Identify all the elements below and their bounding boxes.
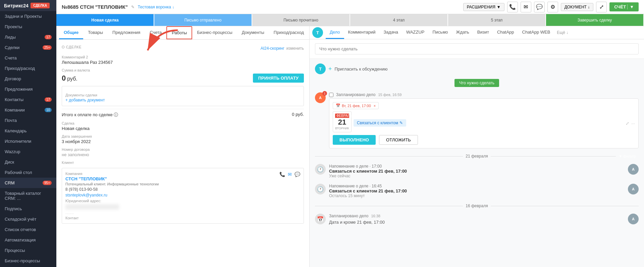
sidebar-item-invoices[interactable]: Счета [0, 53, 56, 63]
activity-1-header: Запланировано дело 15 фев, 16:59 [329, 92, 639, 97]
right-tabs: Т Дело Комментарий Задача WAZZUP Письмо … [310, 26, 644, 39]
tab-general[interactable]: Общие [59, 27, 83, 39]
sidebar-item-signature[interactable]: Подпись [0, 204, 56, 214]
email-button[interactable]: ✉ [521, 2, 531, 12]
reminder-2-text: Связаться с клиентом 21 фев, 17:00 [329, 188, 625, 193]
resize-icon[interactable]: ⤢ [626, 121, 629, 126]
reminder-2-content: Напоминание о деле · 16:45 Связаться с к… [329, 184, 625, 198]
sidebar-item-mail[interactable]: Почта [0, 115, 56, 126]
sidebar-item-desktop[interactable]: Рабочий стол [0, 167, 56, 178]
sidebar-item-disk[interactable]: Диск [0, 157, 56, 167]
tab-links[interactable]: Связи [309, 27, 309, 39]
date-divider-21: 21 февраля ▼ фильтр [310, 151, 644, 161]
planned-deal-2-text: Дата и кроме 21 фев, 17:00 [329, 220, 625, 225]
company-desc: Потенциальный клиент. Информационные тех… [65, 182, 300, 186]
contact-action-button[interactable]: Связаться с клиентом ✎ [354, 119, 406, 127]
right-tab-deal[interactable]: Дело [326, 26, 344, 39]
sidebar-item-performers[interactable]: Исполнители [0, 136, 56, 146]
sidebar-item-tasks[interactable]: Задачи и Проекты [0, 11, 56, 21]
right-tab-more[interactable]: Ещё ↓ [554, 27, 571, 38]
what-todo-button[interactable]: Что нужно сделать [454, 79, 499, 87]
tab-invoices[interactable]: Счета [145, 27, 166, 39]
stage-5[interactable]: 5 этап [448, 14, 546, 26]
chat-button[interactable]: 💬 [534, 2, 545, 12]
tab-documents[interactable]: Документы [237, 27, 269, 39]
settings-button[interactable]: ⚙ [547, 2, 558, 12]
right-tab-chatapp[interactable]: ChatApp [493, 26, 518, 39]
stage-4[interactable]: 4 этап [350, 14, 448, 26]
sidebar-item-crm[interactable]: CRM 95+ [0, 178, 56, 188]
right-tab-wazzup[interactable]: WAZZUP [402, 26, 428, 39]
stage-complete[interactable]: Завершить сделку [546, 14, 644, 26]
extensions-button[interactable]: РАСШИРЕНИЯ ▼ [463, 3, 504, 11]
tab-works[interactable]: Работы [166, 26, 192, 39]
sidebar-item-bizprocesses[interactable]: Бизнес-процессы [0, 256, 56, 266]
sidebar-item-income-label: Приход/расход [5, 66, 52, 71]
done-button[interactable]: ВЫПОЛНЕНО [333, 135, 376, 145]
sidebar-item-projects[interactable]: Проекты [0, 21, 56, 32]
stage-letter-read[interactable]: Письмо прочитано [252, 14, 350, 26]
sidebar-item-wazzup[interactable]: Wazzup [0, 146, 56, 157]
sidebar-item-calendar[interactable]: Календарь [0, 126, 56, 136]
comment-icon[interactable]: 💬 [294, 172, 300, 177]
sidebar-item-deals[interactable]: Сделки 25+ [0, 42, 56, 53]
ai-scoring-label[interactable]: AI24-скоринг [261, 46, 284, 51]
postpone-button[interactable]: ОТЛОЖИТЬ [379, 135, 418, 145]
tab-income[interactable]: Приход/расход [269, 27, 309, 39]
more-icon[interactable]: ··· [631, 121, 635, 126]
activity-input[interactable] [315, 43, 639, 54]
client-label: Клиент [62, 161, 304, 165]
tab-goods[interactable]: Товары [83, 27, 108, 39]
sidebar-item-reports[interactable]: Список отчетов [0, 224, 56, 235]
right-tab-letter[interactable]: Письмо [429, 26, 452, 39]
invite-avatar: Т [315, 63, 326, 74]
leads-badge: 17 [45, 35, 52, 39]
company-name[interactable]: СТСН "ТЕПЛОВИК" [65, 176, 107, 181]
sidebar-item-income[interactable]: Приход/расход [0, 63, 56, 74]
sidebar-item-processes[interactable]: Процессы [0, 245, 56, 256]
sidebar-item-catalog[interactable]: Товарный каталог CRM: ... [0, 188, 56, 204]
stage-letter-sent-label: Письмо отправлено [184, 18, 222, 23]
sidebar-item-proposals[interactable]: Предложения [0, 84, 56, 94]
deal-edit-icon[interactable]: ✎ [131, 5, 135, 9]
change-link[interactable]: изменить [286, 46, 304, 51]
plus-icon: + [328, 65, 332, 73]
sidebar-item-contract[interactable]: Договор [0, 74, 56, 84]
activity-checkbox[interactable] [329, 93, 333, 97]
invoice-dropdown-arrow[interactable]: ▼ [627, 4, 634, 9]
tab-proposals[interactable]: Предложения [108, 27, 145, 39]
right-tab-wait[interactable]: Ждать [452, 26, 473, 39]
sidebar-item-warehouse[interactable]: Складской учёт [0, 214, 56, 224]
phone-icon[interactable]: 📞 [279, 172, 285, 177]
tab-bizprocesses[interactable]: Бизнес-процессы [192, 27, 237, 39]
right-tab-chatapp-web[interactable]: ChatApp WEB [518, 26, 554, 39]
stage-new-deal[interactable]: Новая сделка [56, 14, 154, 26]
docs-label: Документы сделки [65, 93, 300, 97]
sidebar-item-companies[interactable]: Компании 10 [0, 105, 56, 115]
right-tab-task[interactable]: Задача [379, 26, 402, 39]
right-tab-visit[interactable]: Визит [473, 26, 493, 39]
email-icon[interactable]: ✉ [288, 172, 292, 177]
document-button[interactable]: ДОКУМЕНТ ↓ [561, 3, 594, 11]
sidebar-item-deals-label: Сделки [5, 45, 43, 50]
invoice-button[interactable]: СЧЁТ ▼ [609, 2, 639, 11]
completion-date-label: Дата завершения [62, 134, 304, 138]
funnel-selector[interactable]: Тестовая воронка ↓ [138, 5, 174, 9]
right-tab-comment[interactable]: Комментарий [344, 26, 380, 39]
sidebar-item-contacts[interactable]: Контакты 17 [0, 94, 56, 105]
phone-button[interactable]: 📞 [507, 2, 518, 12]
filter-badge[interactable]: ▼ фильтр [616, 154, 639, 158]
stage-letter-sent[interactable]: Письмо отправлено [154, 14, 252, 26]
sidebar-item-leads[interactable]: Лиды 17 [0, 32, 56, 42]
reminder-1-avatar: А [628, 164, 639, 175]
add-doc-link[interactable]: + добавить документ [65, 98, 300, 102]
cal-day: 21 [335, 118, 349, 127]
invite-text[interactable]: Пригласить к обсуждению [335, 66, 388, 72]
amount-value: 0 [62, 74, 66, 83]
expand-button[interactable]: ⤢ [596, 2, 607, 12]
activity-feed: Т + Пригласить к обсуждению Что нужно сд… [310, 59, 644, 267]
sidebar-item-automation[interactable]: Автоматизация [0, 235, 56, 245]
main-area: №8685 СТСН "ТЕПЛОВИК" ✎ Тестовая воронка… [56, 0, 644, 267]
comment-label: Комментарий 2 [62, 55, 304, 59]
accept-payment-button[interactable]: ПРИНЯТЬ ОПЛАТУ [253, 74, 304, 83]
